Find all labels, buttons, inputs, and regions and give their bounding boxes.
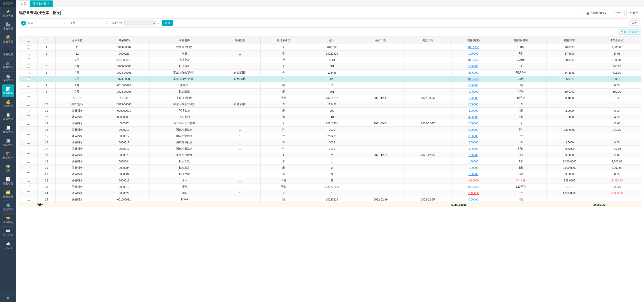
sidebar-item-quick-nav[interactable]: ⚡快捷导航 [2,7,14,20]
row-checkbox[interactable] [20,76,38,82]
table-row[interactable]: 12晋省档仓000900001POS 批次米0014.000004米1.0000… [20,114,641,120]
sidebar-item-tax[interactable]: 🏛️税务管理 [2,136,14,149]
sidebar-item-general[interactable]: 📋总账管理 [2,110,14,123]
sidebar-item-mgmt[interactable]: 📈经营管理 [2,175,14,188]
tab-home[interactable]: 首页 [18,1,30,7]
sidebar-item-fixed-asset[interactable]: 🏗️固定资产 [2,149,14,162]
row-qty-main[interactable]: 100.0000 [452,57,496,63]
row-checkbox[interactable] [20,152,38,158]
sidebar-item-system[interactable]: ⚙️系统管理 [2,201,14,214]
sidebar-item-invoice[interactable]: 🧾发票管理 [2,123,14,136]
row-qty-main[interactable]: -16.0000 [452,177,496,184]
table-row[interactable]: 20晋省档仓0000084批次次次米21.000001米3,000.00003,… [20,165,641,171]
row-checkbox[interactable] [20,184,38,190]
row-qty-main[interactable]: 2.00000 [452,127,496,133]
row-checkbox[interactable] [20,51,38,57]
table-row[interactable]: 21晋省档仓0000084批次次次米310.000010米0.00000.00 [20,171,641,177]
row-checkbox[interactable] [20,120,38,127]
row-qty-main[interactable]: 100.0000 [452,76,496,82]
sidebar-item-inventory[interactable]: 📊库存核算 [2,84,14,97]
row-checkbox[interactable] [20,44,38,51]
table-row[interactable]: 14晋省档仓0000017测试电量批次1件00012.000002件120.00… [20,127,641,133]
table-row[interactable]: 15晋省档仓0000017测试电量批次1件2104230.000000件 [20,133,641,139]
table-row[interactable]: 11晋省档仓000900001POS 批次米0024.000004米2.0000… [20,108,641,114]
row-checkbox[interactable] [20,139,38,146]
tab-inventory-batch[interactable]: 库存批次量 ✕ [30,1,53,7]
row-checkbox[interactable] [20,165,38,171]
table-row[interactable]: 82号0023-00005批次适量米00110.000010米10.000010… [20,89,641,95]
sidebar-item-capital[interactable]: 💰资金管理 [2,97,14,110]
sidebar-search[interactable]: 搜索菜单 [0,0,16,7]
sidebar-item-ecom[interactable]: 🛒电商管理 [2,59,14,72]
row-checkbox[interactable] [20,114,38,120]
setting-btn[interactable]: 设置 [629,20,639,26]
table-row[interactable]: 61号0023-00008富减（白色/奶棕）白色/奶棕件123100.00001… [20,76,641,82]
table-row[interactable]: 18晋省档仓0000078多头美色软线支22021-12-212021-12-2… [20,152,641,158]
sidebar-item-basic[interactable]: 🗂️基础信息 [2,188,14,201]
row-checkbox[interactable] [20,101,38,108]
sidebar-item-mini-ecom[interactable]: 📱小程电商 [2,46,14,59]
row-checkbox[interactable] [20,196,38,203]
row-checkbox[interactable] [20,57,38,63]
row-checkbox[interactable] [20,177,38,184]
row-qty-main[interactable]: 122.0000 [452,184,496,190]
tab-close-icon[interactable]: ✕ [48,2,50,5]
row-qty-main[interactable]: -1.00000 [452,190,496,196]
table-row[interactable]: 16晋省档仓0000017测试电量批次1件00033.000003件3.0000… [20,139,641,146]
row-qty-main[interactable]: 100.0000 [452,44,496,51]
row-qty-main[interactable]: 4.00000 [452,108,496,114]
table-row[interactable]: 17晋省档仓0000017测试电量批次1件111187.000087件9.736… [20,146,641,152]
row-checkbox[interactable] [20,95,38,101]
select-all-checkbox[interactable] [27,39,30,42]
row-qty-main[interactable]: 49.6000 [452,70,496,76]
sidebar-item-wholesale[interactable]: 📦批发管理 [2,33,14,46]
row-qty-main[interactable]: 1.00000 [452,158,496,165]
product-input[interactable] [77,20,104,26]
sidebar-settings[interactable]: ⚙️ [0,294,16,302]
row-qty-main[interactable]: 10.0000 [452,171,496,177]
export-btn[interactable]: ↑ 导出 [611,10,624,16]
sidebar-item-collab[interactable]: 🤝企业协同 [2,214,14,227]
table-row[interactable]: 9A01-01A01-01子件保质期组千克202112172021-12-172… [20,95,641,101]
row-checkbox[interactable] [20,82,38,89]
row-qty-main[interactable]: 3.00000 [452,139,496,146]
print-btn[interactable]: 🖨️ 按模板打印 ▾ [583,10,609,16]
row-checkbox[interactable] [20,190,38,196]
row-checkbox[interactable] [20,133,38,139]
search-btn[interactable]: 查询 [162,20,173,26]
table-row[interactable]: 13晋省档仓000097POS显示率炸异常个202109012021-09-01… [20,120,641,127]
warehouse-input[interactable] [35,20,62,26]
row-qty-main[interactable]: 0.00000 [452,101,496,108]
row-qty-main[interactable]: 0.00000 [452,120,496,127]
row-qty-main[interactable]: 0.00000 [452,133,496,139]
table-row[interactable]: 31号0023-0000...测试批次斤A001100.0000100斤20.0… [20,57,641,63]
row-qty-main[interactable]: 4.00000 [452,114,496,120]
table-row[interactable]: 51号0023-00005富减（白色/奶棕）白色/奶棕件12345649.600… [20,70,641,76]
sidebar-item-cloud[interactable]: ☁️云应用 [2,239,14,252]
table-row[interactable]: 22晋省档仓0000012批号1千克33-16.0000-16千克333.000… [20,177,641,184]
show-btn[interactable]: 👁 展示 [626,10,641,16]
row-checkbox[interactable] [20,127,38,133]
table-row[interactable]: 25晋省档仓001000031制件A瓶202202162022-02-16202… [20,196,641,203]
table-row[interactable]: 72号001000026批次框吨110.000000吨0.00 [20,82,641,89]
row-qty-main[interactable]: 10.0000 [452,95,496,101]
filter-collapse-btn[interactable]: ▶ [21,21,26,26]
row-qty-main[interactable]: 10.0000 [452,89,496,95]
row-qty-main[interactable]: 1.00000 [452,51,496,57]
table-row[interactable]: 1110023-00009软硬通用地垫米2021098100.0000100米2… [20,44,641,51]
table-row[interactable]: 19晋省档仓0000084批次次次米11.000001米2,000.00002,… [20,158,641,165]
row-checkbox[interactable] [20,171,38,177]
category-select[interactable] [124,20,156,26]
table-row[interactable]: 2110000029展板1个202204291.000001个37.950037… [20,51,641,57]
sidebar-item-newbie[interactable]: 📖新手引导 [2,227,14,239]
expand-more-btn[interactable]: ▼ 展开更多条件 [618,30,641,35]
row-checkbox[interactable] [20,146,38,152]
col-checkbox[interactable] [20,37,38,44]
sidebar-item-purchase[interactable]: 🛍️采购管理 [2,72,14,84]
row-qty-main[interactable]: 87.0000 [452,146,496,152]
row-checkbox[interactable] [20,108,38,114]
sidebar-item-retail[interactable]: 🏪零售管理 [2,20,14,33]
row-checkbox[interactable] [20,158,38,165]
row-checkbox[interactable] [20,70,38,76]
row-qty-main[interactable]: 10.0000 [452,152,496,158]
